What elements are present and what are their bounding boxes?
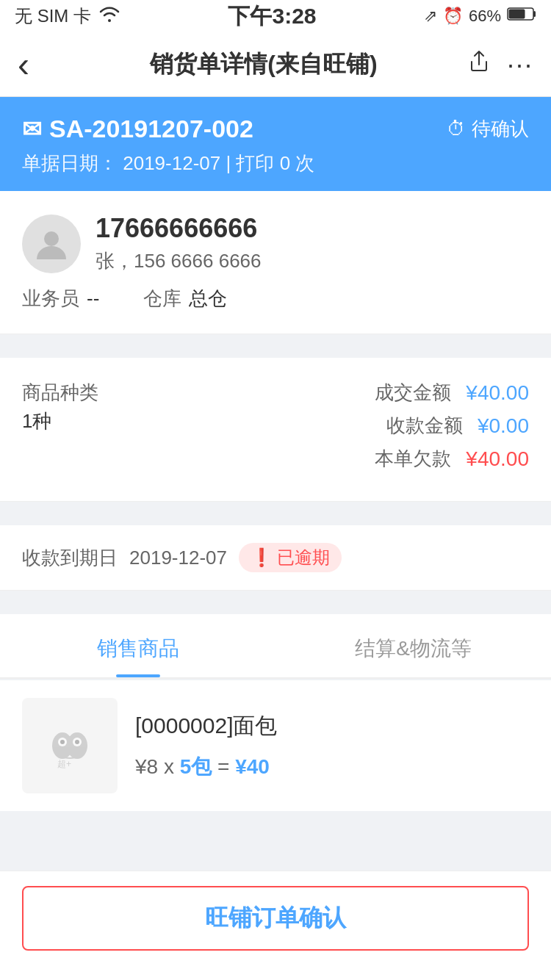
warehouse-label: 仓库: [143, 286, 181, 311]
product-item: 超+ [0000002]面包 ¥8 x 5包 = ¥40: [0, 680, 551, 811]
product-name: [0000002]面包: [135, 711, 529, 741]
status-right: ⇗ ⏰ 66%: [424, 7, 536, 26]
time-display: 下午3:28: [228, 1, 316, 32]
customer-section: 17666666666 张，156 6666 6666 业务员 -- 仓库 总仓: [0, 191, 551, 334]
overdue-badge: ❗ 已逾期: [239, 543, 342, 572]
receipt-label: 收款金额: [386, 413, 463, 439]
wifi-icon: [98, 6, 120, 26]
nav-actions: ···: [466, 48, 533, 81]
status-left: 无 SIM 卡: [15, 4, 120, 28]
receipt-amount: ¥0.00: [478, 414, 529, 438]
battery-label: 66%: [469, 7, 501, 26]
order-id: ✉ SA-20191207-002: [22, 115, 253, 143]
order-status: ⏱ 待确认: [447, 116, 529, 142]
customer-phone: 17666666666: [96, 213, 529, 244]
product-price: ¥8 x 5包 = ¥40: [135, 753, 529, 781]
salesperson-value: --: [87, 287, 99, 310]
overdue-text: 已逾期: [277, 546, 330, 569]
tab-settlement-logistics[interactable]: 结算&物流等: [276, 614, 551, 677]
share-button[interactable]: [466, 48, 492, 81]
customer-name: 张，156 6666 6666: [96, 248, 529, 274]
customer-avatar: [22, 215, 81, 273]
product-info: [0000002]面包 ¥8 x 5包 = ¥40: [135, 711, 529, 781]
clock-icon: ⏱: [447, 118, 466, 140]
multiply-x: x: [164, 755, 174, 778]
customer-info: 17666666666 张，156 6666 6666: [96, 213, 529, 274]
svg-rect-2: [508, 10, 525, 19]
overdue-alert-icon: ❗: [251, 547, 273, 568]
summary-section: 商品种类 1种 成交金额 ¥40.00 收款金额 ¥0.00 本单欠款 ¥40.…: [0, 358, 551, 502]
debt-amount: ¥40.00: [466, 447, 529, 471]
svg-point-8: [60, 740, 65, 744]
order-date: 单据日期： 2019-12-07 | 打印 0 次: [22, 151, 529, 176]
location-icon: ⇗: [424, 7, 437, 26]
transaction-amount: ¥40.00: [466, 381, 529, 405]
carrier-label: 无 SIM 卡: [15, 4, 91, 28]
total-price: ¥40: [235, 755, 270, 778]
status-bar: 无 SIM 卡 下午3:28 ⇗ ⏰ 66%: [0, 0, 551, 32]
price-unit: ¥8: [135, 755, 158, 778]
due-date-section: 收款到期日 2019-12-07 ❗ 已逾期: [0, 525, 551, 591]
svg-point-3: [44, 231, 59, 246]
customer-meta: 业务员 -- 仓库 总仓: [22, 286, 529, 311]
svg-rect-1: [533, 11, 536, 17]
amounts-section: 成交金额 ¥40.00 收款金额 ¥0.00 本单欠款 ¥40.00: [375, 380, 529, 479]
tab-sales-products[interactable]: 销售商品: [0, 614, 276, 677]
product-type-value: 1种: [22, 408, 98, 434]
tabs-section: 销售商品 结算&物流等: [0, 614, 551, 679]
debt-label: 本单欠款: [375, 446, 451, 472]
transaction-label: 成交金额: [375, 380, 451, 406]
alarm-icon: ⏰: [443, 7, 463, 26]
more-button[interactable]: ···: [507, 49, 533, 80]
page-title: 销货单详情(来自旺铺): [62, 48, 466, 81]
envelope-icon: ✉: [22, 115, 42, 143]
product-type-label: 商品种类: [22, 380, 98, 406]
back-button[interactable]: ‹: [18, 44, 62, 84]
battery-icon: [507, 7, 536, 26]
confirm-order-button[interactable]: 旺铺订单确认: [22, 886, 529, 951]
svg-text:超+: 超+: [57, 759, 71, 769]
due-date-label: 收款到期日: [22, 545, 118, 571]
nav-bar: ‹ 销货单详情(来自旺铺) ···: [0, 32, 551, 97]
product-thumbnail: 超+: [22, 698, 118, 793]
svg-point-9: [75, 740, 79, 744]
order-header: ✉ SA-20191207-002 ⏱ 待确认 单据日期： 2019-12-07…: [0, 97, 551, 191]
due-date-value: 2019-12-07: [129, 547, 227, 569]
salesperson-label: 业务员: [22, 286, 79, 311]
warehouse-value: 总仓: [189, 286, 227, 311]
quantity: 5包: [180, 755, 212, 778]
bottom-bar: 旺铺订单确认: [0, 871, 551, 980]
